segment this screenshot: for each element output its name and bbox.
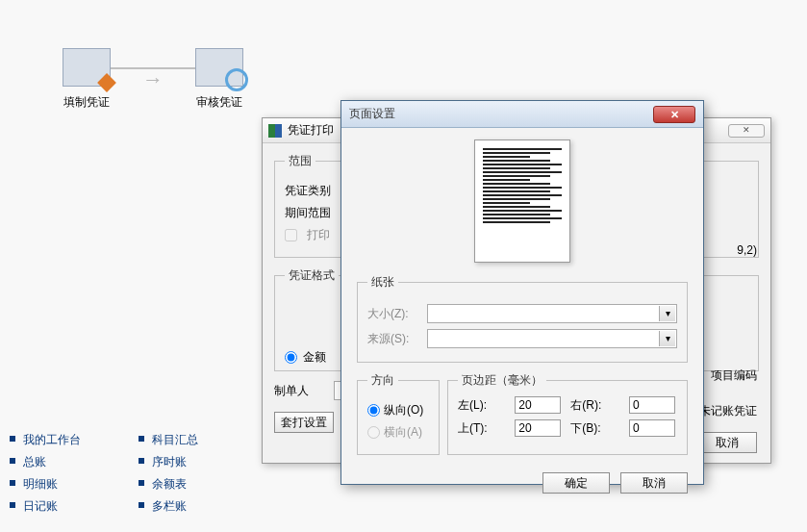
dialog-title: 页面设置 [349, 106, 395, 122]
checkbox-print [285, 229, 297, 241]
fieldset-margins: 页边距（毫米） 左(L): 右(R): 上(T): 下(B): [447, 372, 688, 455]
nav-link-journal[interactable]: 日记账 [10, 498, 81, 515]
combo-paper-source[interactable] [427, 329, 677, 348]
workflow-area: 填制凭证 → 审核凭证 [48, 48, 258, 111]
fieldset-paper: 纸张 大小(Z): 来源(S): [357, 274, 688, 363]
input-margin-right[interactable] [629, 396, 675, 414]
label-margin-bottom: 下(B): [570, 420, 621, 437]
label-margin-right: 右(R): [570, 397, 621, 414]
dialog-title: 凭证打印 [288, 122, 334, 139]
nav-link-account-summary[interactable]: 科目汇总 [139, 432, 198, 448]
radio-portrait[interactable] [367, 404, 380, 417]
input-margin-bottom[interactable] [629, 419, 675, 437]
text-unposted: 未记账凭证 [699, 403, 757, 419]
page-preview [474, 139, 570, 263]
label-source: 来源(S): [367, 331, 421, 347]
text-coords: 9,2) [699, 243, 757, 257]
label-type: 凭证类别 [285, 183, 339, 199]
label-margin-left: 左(L): [458, 397, 507, 414]
fieldset-orientation: 方向 纵向(O) 横向(A) [357, 372, 440, 455]
nav-link-general-ledger[interactable]: 总账 [10, 454, 81, 470]
combo-paper-size[interactable] [427, 304, 677, 323]
label-size: 大小(Z): [367, 306, 421, 322]
cancel-button[interactable]: 取消 [697, 432, 757, 453]
legend-paper: 纸张 [367, 274, 398, 291]
radio-landscape [367, 426, 380, 439]
label-margin-top: 上(T): [458, 420, 507, 437]
label-maker: 制单人 [274, 383, 328, 399]
legend-margins: 页边距（毫米） [458, 372, 546, 389]
label-portrait: 纵向(O) [384, 402, 423, 418]
book-icon [268, 124, 282, 138]
workflow-step-label: 填制凭证 [48, 94, 125, 111]
dialog-page-setup: 页面设置 ✕ 纸张 大小(Z): 来源(S): 方向 [340, 100, 704, 485]
text-project-code: 项目编码 [699, 367, 757, 384]
nav-link-multi-column[interactable]: 多栏账 [139, 498, 198, 515]
legend-orientation: 方向 [367, 372, 398, 389]
workflow-step-create[interactable]: 填制凭证 [48, 48, 125, 111]
nav-link-detail-ledger[interactable]: 明细账 [10, 476, 81, 493]
nav-link-balance-sheet[interactable]: 余额表 [139, 476, 198, 493]
workflow-step-label: 审核凭证 [181, 94, 258, 111]
dialog-titlebar[interactable]: 页面设置 ✕ [341, 101, 703, 128]
document-magnify-icon [195, 48, 243, 87]
label-print: 打印 [307, 227, 330, 243]
label-landscape: 横向(A) [384, 424, 422, 441]
ok-button[interactable]: 确定 [542, 472, 610, 494]
nav-link-workbench[interactable]: 我的工作台 [10, 432, 81, 448]
nav-link-chrono-ledger[interactable]: 序时账 [139, 454, 198, 470]
legend-range: 范围 [285, 153, 315, 169]
document-edit-icon [63, 48, 111, 87]
arrow-right-icon: → [142, 67, 164, 92]
template-settings-button[interactable]: 套打设置 [274, 412, 334, 433]
cancel-button[interactable]: 取消 [620, 472, 688, 494]
legend-format: 凭证格式 [285, 267, 339, 284]
close-button[interactable]: ✕ [728, 124, 765, 138]
radio-amount[interactable] [285, 351, 297, 364]
label-period: 期间范围 [285, 205, 339, 221]
workflow-step-audit[interactable]: 审核凭证 [181, 48, 258, 111]
close-button[interactable]: ✕ [653, 106, 695, 123]
label-amount: 金额 [303, 349, 326, 366]
bottom-nav: 我的工作台 总账 明细账 日记账 科目汇总 序时账 余额表 多栏账 [10, 432, 198, 515]
input-margin-left[interactable] [515, 396, 561, 414]
input-margin-top[interactable] [515, 419, 561, 437]
